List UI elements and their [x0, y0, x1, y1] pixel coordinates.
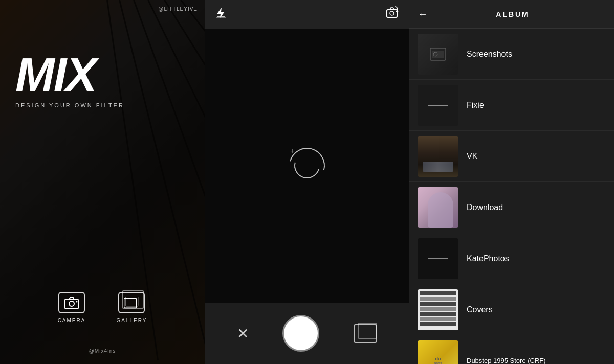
cover-row-5	[420, 312, 456, 316]
camera-icon-wrap	[58, 292, 85, 313]
cover-row-6	[420, 317, 456, 321]
svg-point-8	[390, 11, 394, 15]
dubstep-thumb-content: du bass	[418, 340, 458, 365]
album-name-screenshots: Screenshots	[467, 50, 606, 59]
gallery-button[interactable]: GALLERY	[116, 292, 147, 323]
album-name-katephotos: KatePhotos	[467, 254, 606, 263]
gallery-icon-wrap	[118, 292, 145, 313]
close-camera-button[interactable]: ✕	[237, 325, 249, 342]
flash-icon[interactable]	[215, 7, 227, 22]
album-thumb-vk	[418, 136, 458, 177]
album-item-screenshots[interactable]: Screenshots	[409, 29, 614, 80]
album-thumb-covers	[418, 289, 458, 330]
screenshots-thumb-icon	[428, 47, 448, 62]
camera-label: CAMERA	[58, 317, 86, 323]
covers-thumb-content	[418, 289, 458, 330]
album-item-vk[interactable]: VK	[409, 131, 614, 182]
mix-logo: MIX	[15, 51, 124, 98]
album-thumb-dubstep: du bass	[418, 340, 458, 365]
svg-rect-10	[432, 51, 444, 58]
cover-row-4	[420, 307, 456, 311]
album-panel: ← ALBUM Screenshots Fixie	[409, 0, 614, 364]
camera-panel: ✕	[205, 0, 409, 364]
album-thumb-fixie	[418, 85, 458, 126]
album-list: Screenshots Fixie VK Download	[409, 29, 614, 364]
mix-splash-panel: @LITTLEYIVE MIX DESIGN YOUR OWN FILTER C…	[0, 0, 205, 364]
mix-title-block: MIX DESIGN YOUR OWN FILTER	[15, 51, 124, 108]
album-item-fixie[interactable]: Fixie	[409, 80, 614, 131]
camera-button[interactable]: CAMERA	[58, 292, 86, 323]
back-button[interactable]: ←	[418, 8, 428, 20]
album-name-dubstep: Dubstep 1995 Store (CRF)	[467, 357, 606, 364]
camera-bottombar: ✕	[205, 303, 409, 364]
cover-row-1	[420, 291, 456, 295]
album-header: ← ALBUM	[409, 0, 614, 29]
fixie-thumb-line	[428, 105, 448, 106]
album-item-covers[interactable]: Covers	[409, 284, 614, 335]
camera-viewfinder	[205, 29, 409, 303]
album-thumb-screenshots	[418, 34, 458, 75]
vk-thumb-gradient	[418, 136, 458, 177]
album-name-covers: Covers	[467, 305, 606, 314]
download-thumb-person	[428, 192, 453, 228]
album-title: ALBUM	[438, 10, 587, 18]
cover-row-7	[420, 322, 456, 326]
album-thumb-download	[418, 187, 458, 228]
svg-rect-4	[124, 298, 137, 308]
flip-camera-icon[interactable]	[385, 6, 399, 23]
username-top: @LITTLEYIVE	[158, 6, 198, 12]
album-name-download: Download	[467, 203, 606, 212]
username-bottom: @Mix4Ins	[0, 348, 205, 354]
mix-tagline: DESIGN YOUR OWN FILTER	[15, 102, 124, 108]
action-buttons: CAMERA GALLERY	[0, 292, 205, 323]
album-thumb-katephotos	[418, 238, 458, 279]
album-name-vk: VK	[467, 152, 606, 161]
gallery-icon	[124, 297, 139, 309]
gallery-label: GALLERY	[116, 317, 147, 323]
album-name-fixie: Fixie	[467, 101, 606, 110]
svg-point-1	[69, 301, 74, 306]
focus-spinner	[289, 148, 325, 184]
camera-topbar	[205, 0, 409, 29]
album-item-katephotos[interactable]: KatePhotos	[409, 233, 614, 284]
crosshair	[289, 148, 295, 154]
download-thumb-content	[418, 187, 458, 228]
album-item-download[interactable]: Download	[409, 182, 614, 233]
camera-icon	[64, 297, 79, 309]
gallery-preview-button[interactable]	[354, 324, 377, 343]
shutter-button[interactable]	[282, 315, 319, 352]
cover-row-2	[420, 297, 456, 301]
album-item-dubstep[interactable]: du bass Dubstep 1995 Store (CRF)	[409, 335, 614, 364]
cover-row-3	[420, 302, 456, 306]
svg-point-2	[76, 301, 78, 303]
katephotos-thumb-line	[428, 258, 448, 259]
svg-rect-3	[126, 297, 138, 306]
